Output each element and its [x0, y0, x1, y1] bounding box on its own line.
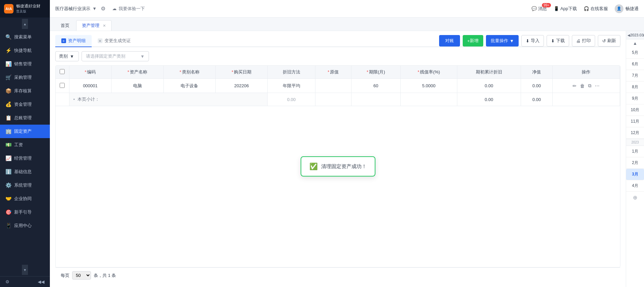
select-all-checkbox[interactable]: [60, 69, 65, 74]
sidebar-item-purchase[interactable]: 🛒 采购管理: [0, 71, 50, 84]
cal-month-12[interactable]: 12月: [626, 127, 644, 139]
app-subtitle: 普及版: [16, 9, 40, 14]
cal-month-11[interactable]: 11月: [626, 116, 644, 127]
col-initial-accumulated: 期初累计折旧: [457, 66, 521, 79]
row-checkbox-cell[interactable]: [56, 79, 69, 93]
sidebar-item-app-center[interactable]: 📱 应用中心: [0, 219, 50, 232]
asset-detail-icon: ≡: [61, 38, 66, 43]
cal-month-5[interactable]: 5月: [626, 47, 644, 59]
cal-month-7[interactable]: 7月: [626, 70, 644, 82]
operations-icon: 📈: [5, 155, 11, 161]
subtotal-empty4: [401, 93, 457, 106]
download-button[interactable]: ⬇ 下载: [547, 35, 569, 46]
collapse-icon[interactable]: ◀◀: [38, 279, 44, 284]
tab-asset-mgmt[interactable]: 资产管理 ✕: [76, 20, 112, 31]
category-filter-input[interactable]: 请选择固定资产类别 ▼: [82, 51, 149, 61]
select-all-cell[interactable]: [56, 66, 69, 79]
reconcile-button[interactable]: 对账: [439, 35, 460, 46]
username: 畅捷通: [625, 6, 639, 12]
sidebar-scroll-down[interactable]: ▼: [22, 265, 28, 275]
sidebar-item-basic-info[interactable]: ℹ️ 基础信息: [0, 165, 50, 179]
sidebar-scroll-up[interactable]: ▲: [22, 19, 28, 29]
settings-icon[interactable]: ⚙: [5, 279, 9, 284]
row-original-value: [315, 79, 351, 93]
table-row: 000001 电脑 电子设备 202206 年限平均 60 5.0000 0.0…: [56, 79, 620, 93]
cal-scroll-down[interactable]: ⊕: [626, 192, 644, 203]
cal-month-2[interactable]: 2月: [626, 157, 644, 169]
sub-tabs: ≡ 资产明细 ≡ 变更生成凭证 对账 + 新增 批量操作 ▼: [55, 35, 620, 47]
sidebar-item-cooperation[interactable]: 🤝 企业协同: [0, 192, 50, 205]
sub-tab-change-voucher[interactable]: ≡ 变更生成凭证: [92, 35, 137, 47]
cal-month-6[interactable]: 6月: [626, 59, 644, 70]
guide-icon: 🎯: [5, 209, 11, 215]
company-settings-icon[interactable]: ⚙: [101, 5, 105, 12]
sidebar-item-label: 系统管理: [14, 182, 32, 188]
sidebar-item-label: 应用中心: [14, 223, 32, 229]
app-title-group: 畅捷通好业财 普及版: [16, 4, 40, 14]
print-button[interactable]: 🖨 打印: [572, 35, 595, 46]
sidebar-item-operations[interactable]: 📈 经营管理: [0, 152, 50, 165]
sidebar-item-payroll[interactable]: 💵 工资: [0, 138, 50, 152]
cal-month-8[interactable]: 8月: [626, 82, 644, 93]
sidebar-item-sales[interactable]: 📊 销售管理: [0, 57, 50, 71]
cal-month-4[interactable]: 4月: [626, 180, 644, 192]
sidebar-item-funds[interactable]: 💰 资金管理: [0, 98, 50, 111]
col-depreciation: 折旧方法: [268, 66, 315, 79]
refresh-button[interactable]: ↺ 刷新: [598, 35, 620, 46]
import-icon: ⬇: [526, 38, 529, 43]
col-code: *编码: [69, 66, 112, 79]
filter-down-icon: ▼: [70, 54, 74, 59]
tab-home[interactable]: 首页: [55, 21, 75, 31]
cal-prev-icon[interactable]: ◀: [627, 33, 630, 37]
sub-tab-asset-detail[interactable]: ≡ 资产明细: [55, 35, 92, 47]
cal-scroll-up[interactable]: ▲: [626, 39, 644, 47]
add-button[interactable]: + 新增: [463, 35, 484, 46]
copy-row-button[interactable]: ⧉: [587, 82, 592, 89]
cal-header-text: 2023.03: [630, 33, 644, 37]
subtotal-original: 0.00: [268, 93, 315, 106]
subtotal-icon: ▪: [73, 97, 75, 102]
batch-operation-button[interactable]: 批量操作 ▼: [486, 35, 519, 46]
sidebar-item-label: 基础信息: [14, 169, 32, 175]
change-voucher-icon: ≡: [98, 38, 102, 43]
main-area: 医疗器械行业演示 ▼ ⚙ ☁ 我要体验一下 💬 消息 99+ 📱 App下载 🎧…: [50, 0, 644, 287]
sidebar-item-label: 工资: [14, 142, 23, 148]
import-button[interactable]: ⬇ 导入: [521, 35, 544, 46]
inventory-icon: 📦: [5, 88, 11, 94]
sidebar-item-search[interactable]: 🔍 搜索菜单: [0, 30, 50, 44]
batch-dropdown-icon: ▼: [510, 38, 514, 43]
online-service-btn[interactable]: 🎧 在线客服: [584, 6, 608, 12]
sidebar-item-label: 销售管理: [14, 61, 32, 67]
sidebar-item-quick-nav[interactable]: ⚡ 快捷导航: [0, 44, 50, 57]
category-filter-label[interactable]: 类别 ▼: [55, 51, 79, 61]
cal-month-9[interactable]: 9月: [626, 93, 644, 104]
sidebar-item-ledger[interactable]: 📋 总账管理: [0, 111, 50, 125]
row-checkbox[interactable]: [60, 83, 65, 88]
user-menu[interactable]: 👤 畅捷通: [615, 4, 639, 13]
row-residual-rate: 5.0000: [401, 79, 457, 93]
cal-month-3[interactable]: 3月: [626, 169, 644, 180]
cal-month-10[interactable]: 10月: [626, 104, 644, 116]
sidebar-item-label: 搜索菜单: [14, 34, 32, 40]
message-btn[interactable]: 💬 消息 99+: [531, 6, 547, 12]
sidebar-item-guide[interactable]: 🎯 新手引导: [0, 205, 50, 219]
delete-row-button[interactable]: 🗑: [579, 82, 585, 89]
filter-input-dropdown-icon: ▼: [140, 54, 145, 59]
sidebar-item-system[interactable]: ⚙️ 系统管理: [0, 179, 50, 192]
more-row-button[interactable]: ⋯: [594, 82, 600, 89]
sub-tab-change-voucher-label: 变更生成凭证: [104, 38, 131, 44]
sidebar-item-label: 采购管理: [14, 74, 32, 81]
edit-row-button[interactable]: ✏: [572, 82, 577, 89]
app-download-btn[interactable]: 📱 App下载: [554, 6, 577, 12]
sidebar-item-inventory[interactable]: 📦 库存核算: [0, 84, 50, 98]
cal-month-1[interactable]: 1月: [626, 146, 644, 157]
tab-close-icon[interactable]: ✕: [103, 24, 106, 28]
experience-btn[interactable]: ☁ 我要体验一下: [112, 6, 145, 12]
filter-category-text: 类别: [59, 53, 68, 59]
app-download-label: App下载: [560, 6, 577, 12]
page-size-select[interactable]: 50 100: [72, 271, 91, 280]
total-count: 条，共 1 条: [94, 273, 116, 279]
sidebar-item-fixed-assets[interactable]: 🏢 固定资产: [0, 125, 50, 138]
company-selector[interactable]: 医疗器械行业演示 ▼: [55, 6, 97, 12]
sidebar-item-label: 快捷导航: [14, 47, 32, 54]
